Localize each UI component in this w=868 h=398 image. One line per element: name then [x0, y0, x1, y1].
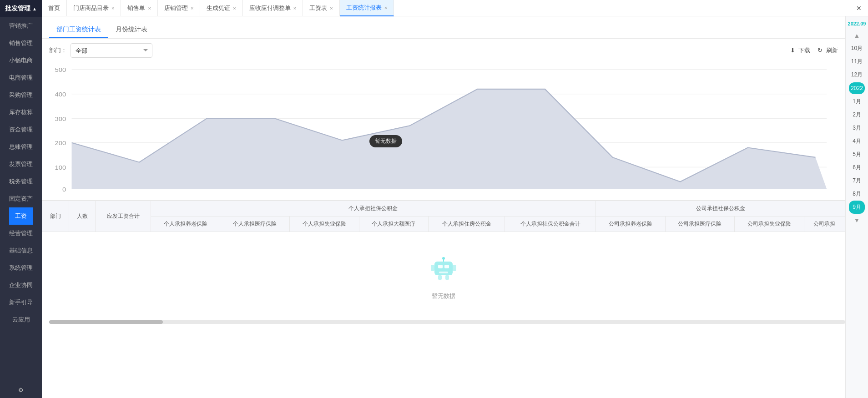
- empty-state: 暂无数据: [42, 232, 845, 318]
- col-personal-total: 个人承担社保公积金合计: [505, 217, 596, 232]
- toolbar-right: ⬇ 下载 ↻ 刷新: [790, 46, 838, 55]
- chart-area: 500 400 300 200 100 0: [42, 62, 845, 200]
- sidebar-header[interactable]: 批发管理 ▲: [0, 0, 42, 17]
- content-area: 部门工资统计表月份统计表 部门： 全部 ⬇ 下载 ↻: [42, 16, 868, 398]
- tab-close-icon[interactable]: ×: [111, 5, 114, 11]
- date-item-3月[interactable]: 3月: [847, 121, 867, 135]
- sub-tab-月份统计表[interactable]: 月份统计表: [108, 22, 155, 38]
- scrollbar-thumb[interactable]: [49, 320, 163, 324]
- col-count: 人数: [69, 201, 96, 232]
- tab-label: 应收应付调整单: [249, 4, 291, 12]
- sidebar-item-发票管理[interactable]: 发票管理: [9, 156, 33, 173]
- date-item-9月[interactable]: 9月: [849, 201, 865, 214]
- sidebar-item-企业协同[interactable]: 企业协同: [9, 277, 33, 294]
- date-nav-down[interactable]: ▼: [852, 215, 863, 226]
- tab-生成凭证[interactable]: 生成凭证×: [200, 0, 242, 16]
- sidebar: 批发管理 ▲ 营销推广销售管理小畅电商电商管理采购管理库存核算资金管理总账管理发…: [0, 0, 42, 398]
- date-item-6月[interactable]: 6月: [847, 161, 867, 174]
- date-item-1月[interactable]: 1月: [847, 95, 867, 108]
- toolbar: 部门： 全部 ⬇ 下载 ↻ 刷新: [42, 39, 845, 62]
- tab-close-icon[interactable]: ×: [148, 5, 151, 11]
- tab-label: 工资统计报表: [346, 4, 382, 12]
- tab-bar: 首页门店商品目录×销售单×店铺管理×生成凭证×应收应付调整单×工资表×工资统计报…: [42, 0, 868, 16]
- tab-close-icon[interactable]: ×: [293, 5, 296, 11]
- tab-销售单[interactable]: 销售单×: [121, 0, 157, 16]
- page-content: 部门工资统计表月份统计表 部门： 全部 ⬇ 下载 ↻: [42, 16, 845, 398]
- sub-tab-部门工资统计表[interactable]: 部门工资统计表: [49, 22, 108, 38]
- tab-店铺管理[interactable]: 店铺管理×: [158, 0, 200, 16]
- data-table: 部门 人数 应发工资合计 个人承担社保公积金 公司承担社保公积金 个人承担养老保…: [42, 201, 845, 318]
- sidebar-item-云应用[interactable]: 云应用: [9, 311, 33, 328]
- settings-icon: ⚙: [18, 387, 24, 393]
- tab-应收应付调整单[interactable]: 应收应付调整单×: [243, 0, 303, 16]
- sidebar-item-经营管理[interactable]: 经营管理: [9, 225, 33, 242]
- svg-text:200: 200: [55, 140, 66, 146]
- date-nav-up[interactable]: ▲: [852, 30, 863, 41]
- date-item-12月[interactable]: 12月: [847, 68, 867, 81]
- table-container[interactable]: 部门 人数 应发工资合计 个人承担社保公积金 公司承担社保公积金 个人承担养老保…: [42, 200, 845, 398]
- sub-tabs: 部门工资统计表月份统计表: [42, 16, 845, 39]
- tab-工资统计报表[interactable]: 工资统计报表×: [340, 0, 394, 16]
- tab-close-icon[interactable]: ×: [330, 5, 333, 11]
- sidebar-item-税务管理[interactable]: 税务管理: [9, 173, 33, 190]
- svg-point-18: [442, 257, 445, 260]
- date-item-11月[interactable]: 11月: [847, 55, 867, 68]
- col-total-salary: 应发工资合计: [96, 201, 151, 232]
- tab-label: 首页: [48, 4, 60, 12]
- sidebar-item-系统管理[interactable]: 系统管理: [9, 259, 33, 277]
- tab-label: 销售单: [127, 4, 145, 12]
- date-item-10月[interactable]: 10月: [847, 42, 867, 55]
- col-company-medical: 公司承担医疗保险: [665, 217, 735, 232]
- svg-rect-22: [445, 275, 449, 280]
- tab-首页[interactable]: 首页: [42, 0, 67, 16]
- tab-工资表[interactable]: 工资表×: [303, 0, 339, 16]
- sidebar-item-基础信息[interactable]: 基础信息: [9, 242, 33, 259]
- col-department: 部门: [42, 201, 69, 232]
- sidebar-item-销售管理[interactable]: 销售管理: [9, 35, 33, 52]
- date-item-2022[interactable]: 2022: [849, 82, 865, 94]
- tab-门店商品目录[interactable]: 门店商品目录×: [67, 0, 121, 16]
- department-select[interactable]: 全部: [71, 43, 152, 58]
- download-button[interactable]: ⬇ 下载: [790, 46, 811, 55]
- sidebar-item-电商管理[interactable]: 电商管理: [9, 69, 33, 86]
- date-item-4月[interactable]: 4月: [847, 135, 867, 148]
- svg-text:500: 500: [55, 66, 66, 73]
- table-row: 暂无数据: [42, 232, 845, 319]
- sidebar-item-小畅电商[interactable]: 小畅电商: [9, 52, 33, 69]
- svg-rect-14: [438, 265, 443, 268]
- horizontal-scrollbar[interactable]: [49, 320, 845, 324]
- svg-text:300: 300: [55, 116, 66, 122]
- col-personal-major-medical: 个人承担大额医疗: [359, 217, 429, 232]
- sidebar-item-资金管理[interactable]: 资金管理: [9, 121, 33, 138]
- tab-close-icon[interactable]: ×: [384, 5, 387, 10]
- date-item-7月[interactable]: 7月: [847, 174, 867, 187]
- refresh-button[interactable]: ↻ 刷新: [818, 46, 838, 55]
- sidebar-item-总账管理[interactable]: 总账管理: [9, 138, 33, 156]
- right-date-sidebar: 2022.09 ▲ 10月11月12月20221月2月3月4月5月6月7月8月9…: [845, 16, 868, 398]
- col-company-other: 公司承担: [804, 217, 845, 232]
- chart-svg: 500 400 300 200 100 0: [49, 62, 838, 199]
- col-group-company: 公司承担社保公积金: [596, 201, 845, 217]
- col-personal-medical: 个人承担医疗保险: [220, 217, 290, 232]
- sidebar-item-库存核算[interactable]: 库存核算: [9, 104, 33, 121]
- tab-close-icon[interactable]: ×: [233, 5, 236, 11]
- sidebar-item-营销推广[interactable]: 营销推广: [9, 17, 33, 35]
- refresh-icon: ↻: [818, 47, 823, 54]
- sidebar-item-采购管理[interactable]: 采购管理: [9, 86, 33, 104]
- tab-label: 店铺管理: [164, 4, 188, 12]
- tab-close-icon[interactable]: ×: [191, 5, 193, 11]
- date-item-2月[interactable]: 2月: [847, 108, 867, 121]
- col-company-unemployment: 公司承担失业保险: [735, 217, 804, 232]
- sidebar-item-工资[interactable]: 工资: [9, 207, 33, 225]
- sidebar-item-固定资产[interactable]: 固定资产: [9, 190, 33, 207]
- date-item-8月[interactable]: 8月: [847, 187, 867, 201]
- toolbar-left: 部门： 全部: [49, 43, 152, 58]
- svg-rect-21: [438, 275, 442, 280]
- close-all-button[interactable]: ✕: [853, 3, 864, 14]
- sidebar-settings[interactable]: ⚙: [0, 382, 42, 398]
- tab-label: 门店商品目录: [73, 4, 109, 12]
- date-item-5月[interactable]: 5月: [847, 148, 867, 161]
- sidebar-item-新手引导[interactable]: 新手引导: [9, 294, 33, 311]
- sidebar-toggle-icon: ▲: [32, 6, 37, 11]
- download-icon: ⬇: [790, 47, 795, 54]
